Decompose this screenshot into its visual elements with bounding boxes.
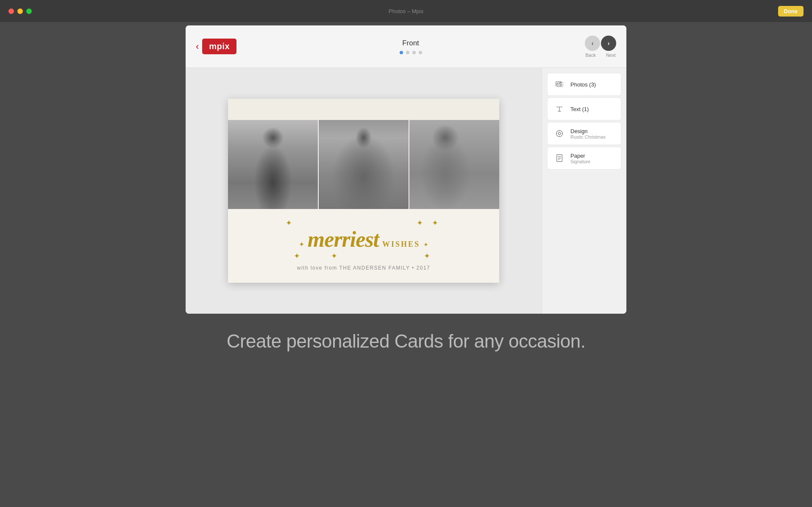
design-svg: [555, 129, 564, 138]
header-left: ‹ mpix: [196, 39, 236, 54]
sidebar-design-label: Design: [570, 128, 606, 134]
card-preview: ✦ ✦ ✦ ✦ merriest WISHES ✦ ✦ ✦ ✦ with lov…: [228, 99, 499, 283]
sidebar: Photos (3) Text (1): [542, 68, 626, 314]
card-decoration: ✦ ✦ ✦ ✦ merriest WISHES ✦ ✦ ✦ ✦: [241, 217, 487, 262]
sidebar-design-text: Design Rustic Christmas: [570, 128, 606, 139]
card-photo-3: [409, 120, 499, 209]
window-controls: [8, 8, 32, 14]
title-photos: Photos: [389, 8, 406, 14]
header-center: Front: [400, 39, 422, 54]
design-icon: [553, 128, 565, 139]
paper-svg: [555, 153, 564, 163]
next-label: Next: [606, 53, 616, 58]
tagline: Create personalized Cards for any occasi…: [0, 314, 812, 369]
sidebar-design-sublabel: Rustic Christmas: [570, 134, 606, 139]
back-arrow-icon[interactable]: ‹: [196, 41, 199, 52]
svg-point-3: [556, 131, 563, 137]
next-button[interactable]: ›: [601, 36, 616, 51]
sidebar-text-label: Text (1): [570, 106, 589, 112]
canvas-area: ✦ ✦ ✦ ✦ merriest WISHES ✦ ✦ ✦ ✦ with lov…: [186, 68, 542, 314]
main-script-line: ✦ merriest WISHES ✦: [299, 228, 428, 251]
page-title: Front: [402, 39, 419, 47]
page-dot-1: [400, 51, 403, 54]
title-mpix: Mpix: [412, 8, 423, 14]
nav-buttons: ‹ ›: [585, 36, 616, 51]
nav-labels: Back Next: [585, 53, 615, 58]
minimize-dot[interactable]: [17, 8, 23, 14]
close-dot[interactable]: [8, 8, 14, 14]
done-button[interactable]: Done: [778, 6, 804, 17]
sidebar-item-design[interactable]: Design Rustic Christmas: [547, 122, 621, 145]
photos-svg: [555, 80, 564, 89]
page-dot-3: [412, 51, 416, 54]
sidebar-item-paper[interactable]: Paper Signature: [547, 147, 621, 170]
card-photo-1: [228, 120, 318, 209]
page-indicator: [400, 51, 422, 54]
page-dot-4: [419, 51, 422, 54]
content-area: ✦ ✦ ✦ ✦ merriest WISHES ✦ ✦ ✦ ✦ with lov…: [186, 68, 626, 314]
sidebar-paper-sublabel: Signature: [570, 159, 590, 164]
back-label: Back: [585, 53, 595, 58]
sidebar-photos-text: Photos (3): [570, 81, 596, 88]
photos-icon: [553, 78, 565, 90]
photo-2-bg: [319, 120, 409, 209]
sparkle-bottom: ✦ ✦ ✦: [294, 251, 433, 261]
maximize-dot[interactable]: [26, 8, 32, 14]
sidebar-paper-label: Paper: [570, 153, 590, 159]
sparkle-top: ✦ ✦ ✦: [286, 218, 442, 228]
family-text: with love from THE ANDERSEN FAMILY • 201…: [241, 265, 487, 271]
card-photos-strip: [228, 120, 499, 209]
window-title: Photos – Mpix: [389, 8, 423, 14]
header-right: ‹ › Back Next: [585, 36, 616, 58]
paper-icon: [553, 152, 565, 164]
text-svg: [555, 104, 564, 114]
titlebar: Photos – Mpix Done: [0, 0, 812, 22]
main-window: ‹ mpix Front ‹ › Back Next: [186, 25, 626, 314]
sidebar-photos-label: Photos (3): [570, 81, 596, 88]
text-icon: [553, 103, 565, 115]
svg-point-4: [558, 132, 561, 135]
header: ‹ mpix Front ‹ › Back Next: [186, 25, 626, 68]
card-photo-2: [319, 120, 409, 209]
card-top-area: [228, 99, 499, 120]
sidebar-item-photos[interactable]: Photos (3): [547, 73, 621, 96]
back-button[interactable]: ‹: [585, 36, 600, 51]
card-bottom-text: ✦ ✦ ✦ ✦ merriest WISHES ✦ ✦ ✦ ✦ with lov…: [228, 209, 499, 283]
photo-3-bg: [409, 120, 499, 209]
mpix-logo: mpix: [202, 39, 236, 54]
wishes-text: WISHES: [382, 240, 420, 248]
sidebar-text-text: Text (1): [570, 106, 589, 112]
merriest-text: merriest: [308, 228, 379, 251]
page-dot-2: [406, 51, 409, 54]
sidebar-item-text[interactable]: Text (1): [547, 98, 621, 120]
sidebar-paper-text: Paper Signature: [570, 153, 590, 164]
photo-1-bg: [228, 120, 318, 209]
